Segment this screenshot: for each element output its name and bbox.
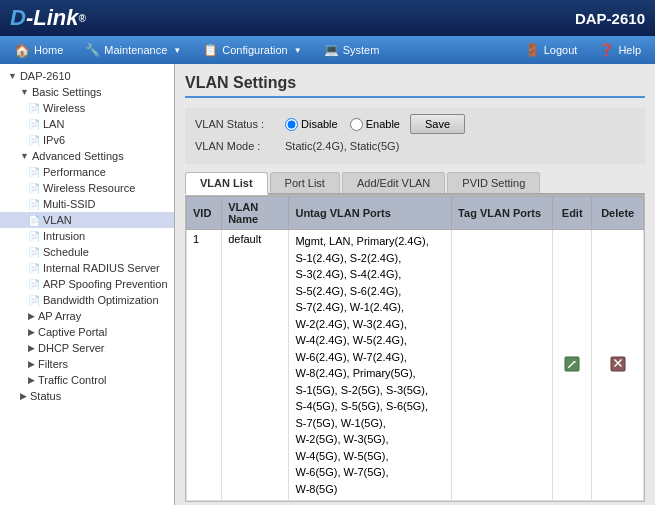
vlan-disable-radio[interactable]: Disable [285, 118, 338, 131]
logo: D -Link ® [10, 5, 86, 31]
sidebar-item-captive-portal[interactable]: ▶ Captive Portal [0, 324, 174, 340]
sidebar-item-performance[interactable]: 📄 Performance [0, 164, 174, 180]
th-delete: Delete [592, 197, 644, 230]
logo-dash: -Link [26, 5, 79, 31]
page-icon3: 📄 [28, 135, 40, 146]
sidebar-item-ap-array[interactable]: ▶ AP Array [0, 308, 174, 324]
sidebar-filters-label: Filters [38, 358, 68, 370]
maintenance-arrow-icon: ▼ [173, 46, 181, 55]
sidebar-item-radius[interactable]: 📄 Internal RADIUS Server [0, 260, 174, 276]
logout-icon: 🚪 [525, 43, 540, 57]
sidebar-status[interactable]: ▶ Status [0, 388, 174, 404]
vlan-status-row: VLAN Status : Disable Enable Save [195, 114, 635, 134]
vlan-disable-input[interactable] [285, 118, 298, 131]
cell-delete[interactable] [592, 230, 644, 501]
cell-name: default [222, 230, 289, 501]
vlan-form: VLAN Status : Disable Enable Save VLAN M… [185, 108, 645, 164]
nav-configuration[interactable]: 📋 Configuration ▼ [193, 40, 311, 60]
sidebar-item-arp[interactable]: 📄 ARP Spoofing Prevention [0, 276, 174, 292]
logo-d: D [10, 5, 26, 31]
sidebar-advanced-settings-label: Advanced Settings [32, 150, 124, 162]
radius-icon: 📄 [28, 263, 40, 274]
content-panel: VLAN Settings VLAN Status : Disable Enab… [175, 64, 655, 505]
cp-expand-icon: ▶ [28, 327, 35, 337]
th-name: VLAN Name [222, 197, 289, 230]
delete-svg-icon [609, 355, 627, 373]
sidebar-root[interactable]: ▼ DAP-2610 [0, 68, 174, 84]
th-vid: VID [187, 197, 222, 230]
sched-icon: 📄 [28, 247, 40, 258]
sidebar-wireless-resource-label: Wireless Resource [43, 182, 135, 194]
nav-home-label: Home [34, 44, 63, 56]
cell-untag: Mgmt, LAN, Primary(2.4G), S-1(2.4G), S-2… [289, 230, 452, 501]
sidebar-vlan-label: VLAN [43, 214, 72, 226]
sidebar-item-traffic-control[interactable]: ▶ Traffic Control [0, 372, 174, 388]
bw-icon: 📄 [28, 295, 40, 306]
filters-expand-icon: ▶ [28, 359, 35, 369]
tab-vlan-list[interactable]: VLAN List [185, 172, 268, 195]
sidebar-item-vlan[interactable]: 📄 VLAN [0, 212, 174, 228]
intr-icon: 📄 [28, 231, 40, 242]
sidebar-item-wireless-resource[interactable]: 📄 Wireless Resource [0, 180, 174, 196]
sidebar-ipv6-label: IPv6 [43, 134, 65, 146]
root-expand-icon: ▼ [8, 71, 17, 81]
sidebar-status-label: Status [30, 390, 61, 402]
page-title: VLAN Settings [185, 74, 645, 98]
vlan-icon: 📄 [28, 215, 40, 226]
navbar: 🏠 Home 🔧 Maintenance ▼ 📋 Configuration ▼… [0, 36, 655, 64]
sidebar-item-dhcp[interactable]: ▶ DHCP Server [0, 340, 174, 356]
nav-maintenance-label: Maintenance [104, 44, 167, 56]
sidebar-item-multi-ssid[interactable]: 📄 Multi-SSID [0, 196, 174, 212]
tab-add-edit-vlan[interactable]: Add/Edit VLAN [342, 172, 445, 193]
tab-pvid-setting[interactable]: PVID Setting [447, 172, 540, 193]
wr-icon: 📄 [28, 183, 40, 194]
table-header-row: VID VLAN Name Untag VLAN Ports Tag VLAN … [187, 197, 644, 230]
sidebar-item-intrusion[interactable]: 📄 Intrusion [0, 228, 174, 244]
maintenance-icon: 🔧 [85, 43, 100, 57]
header: D -Link ® DAP-2610 [0, 0, 655, 36]
page-icon: 📄 [28, 103, 40, 114]
nav-configuration-label: Configuration [222, 44, 287, 56]
vlan-enable-input[interactable] [350, 118, 363, 131]
system-icon: 💻 [324, 43, 339, 57]
edit-svg-icon [563, 355, 581, 373]
configuration-icon: 📋 [203, 43, 218, 57]
nav-system[interactable]: 💻 System [314, 40, 390, 60]
sidebar-basic-settings[interactable]: ▼ Basic Settings [0, 84, 174, 100]
tc-expand-icon: ▶ [28, 375, 35, 385]
nav-home[interactable]: 🏠 Home [4, 40, 73, 61]
sidebar-wireless-label: Wireless [43, 102, 85, 114]
nav-logout[interactable]: 🚪 Logout [515, 40, 588, 60]
nav-help-label: Help [618, 44, 641, 56]
tab-port-list[interactable]: Port List [270, 172, 340, 193]
sidebar-item-wireless[interactable]: 📄 Wireless [0, 100, 174, 116]
arp-icon: 📄 [28, 279, 40, 290]
cell-vid: 1 [187, 230, 222, 501]
sidebar-item-lan[interactable]: 📄 LAN [0, 116, 174, 132]
sidebar-lan-label: LAN [43, 118, 64, 130]
nav-system-label: System [343, 44, 380, 56]
nav-logout-label: Logout [544, 44, 578, 56]
delete-icon[interactable] [609, 355, 627, 375]
edit-icon[interactable] [563, 355, 581, 375]
vlan-enable-radio[interactable]: Enable [350, 118, 400, 131]
sidebar-radius-label: Internal RADIUS Server [43, 262, 160, 274]
sidebar-item-ipv6[interactable]: 📄 IPv6 [0, 132, 174, 148]
nav-help[interactable]: ❓ Help [589, 40, 651, 60]
ms-icon: 📄 [28, 199, 40, 210]
sidebar-ap-array-label: AP Array [38, 310, 81, 322]
sidebar-advanced-settings[interactable]: ▼ Advanced Settings [0, 148, 174, 164]
status-expand-icon: ▶ [20, 391, 27, 401]
sidebar-item-bandwidth[interactable]: 📄 Bandwidth Optimization [0, 292, 174, 308]
home-icon: 🏠 [14, 43, 30, 58]
sidebar-item-filters[interactable]: ▶ Filters [0, 356, 174, 372]
sidebar-root-label: DAP-2610 [20, 70, 71, 82]
sidebar-item-schedule[interactable]: 📄 Schedule [0, 244, 174, 260]
save-button[interactable]: Save [410, 114, 465, 134]
nav-maintenance[interactable]: 🔧 Maintenance ▼ [75, 40, 191, 60]
page-icon2: 📄 [28, 119, 40, 130]
sidebar-multi-ssid-label: Multi-SSID [43, 198, 96, 210]
vlan-table-container: VID VLAN Name Untag VLAN Ports Tag VLAN … [185, 195, 645, 502]
vlan-enable-label: Enable [366, 118, 400, 130]
cell-edit[interactable] [553, 230, 592, 501]
